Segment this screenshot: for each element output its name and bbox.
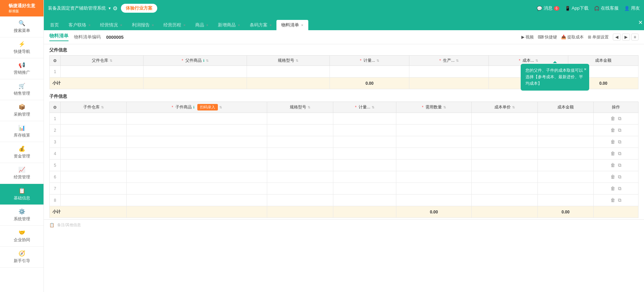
tab-close-7[interactable]: × — [270, 23, 272, 27]
nav-tab-商品[interactable]: 商品× — [190, 20, 213, 30]
child-cell-product-3[interactable] — [126, 136, 267, 148]
message-item[interactable]: 💬 消息 6 — [537, 5, 559, 11]
copy-icon-4[interactable]: ⧉ — [618, 151, 621, 156]
next-page-btn[interactable]: ▶ — [622, 34, 630, 40]
copy-icon-5[interactable]: ⧉ — [618, 162, 621, 168]
child-cell-amount-4[interactable] — [537, 148, 593, 160]
parent-cell-product[interactable] — [144, 66, 247, 78]
child-cell-qty-1[interactable] — [396, 113, 472, 125]
copy-icon-8[interactable]: ⧉ — [618, 197, 621, 203]
tab-close-1[interactable]: × — [88, 23, 90, 27]
nav-tab-客户联络[interactable]: 客户联络× — [64, 20, 95, 30]
copy-icon-2[interactable]: ⧉ — [618, 127, 621, 133]
view-action[interactable]: ▶ 视频 — [521, 34, 534, 40]
scan-btn[interactable]: 扫码录入 — [197, 104, 218, 110]
list-view-btn[interactable]: ≡ — [631, 34, 639, 40]
shortcut-action[interactable]: ⌨ 快捷键 — [538, 34, 557, 40]
child-cell-warehouse-5[interactable] — [61, 160, 127, 171]
child-cell-spec-4[interactable] — [267, 148, 333, 160]
child-cell-warehouse-1[interactable] — [61, 113, 127, 125]
child-cell-spec-8[interactable] — [267, 195, 333, 206]
child-cell-product-2[interactable] — [126, 125, 267, 136]
child-cell-amount-7[interactable] — [537, 183, 593, 195]
child-cell-unit-3[interactable] — [333, 136, 396, 148]
child-cell-product-6[interactable] — [126, 171, 267, 183]
child-cell-spec-7[interactable] — [267, 183, 333, 195]
nav-tab-物料清单[interactable]: 物料清单× — [276, 20, 308, 30]
sidebar-item-经营管理[interactable]: 📈经营管理 — [0, 163, 44, 184]
child-cell-spec-3[interactable] — [267, 136, 333, 148]
sidebar-item-企业协同[interactable]: 🤝企业协同 — [0, 226, 44, 247]
sidebar-item-新手引导[interactable]: 🧭新手引导 — [0, 247, 44, 268]
app-download-item[interactable]: 📱 App下载 — [565, 5, 589, 11]
nav-tab-利润报告[interactable]: 利润报告× — [127, 20, 159, 30]
sidebar-item-营销推广[interactable]: 📢营销推广 — [0, 58, 44, 79]
child-cell-qty-6[interactable] — [396, 171, 472, 183]
child-col-settings[interactable]: ⚙ — [50, 102, 61, 113]
child-cell-qty-8[interactable] — [396, 195, 472, 206]
delete-icon-1[interactable]: 🗑 — [610, 116, 615, 121]
gear-icon[interactable]: ⚙ — [113, 5, 117, 12]
child-cell-amount-5[interactable] — [537, 160, 593, 171]
child-cell-warehouse-7[interactable] — [61, 183, 127, 195]
tab-close-8[interactable]: × — [301, 23, 303, 27]
child-cell-unit-8[interactable] — [333, 195, 396, 206]
child-cell-qty-5[interactable] — [396, 160, 472, 171]
nav-tab-经营历程[interactable]: 经营历程× — [159, 20, 190, 30]
child-cell-unit-6[interactable] — [333, 171, 396, 183]
child-cell-qty-3[interactable] — [396, 136, 472, 148]
child-cell-unitcost-2[interactable] — [472, 125, 538, 136]
sidebar-item-销售管理[interactable]: 🛒销售管理 — [0, 79, 44, 100]
parent-col-settings[interactable]: ⚙ — [50, 56, 61, 66]
nav-tab-首页[interactable]: 首页 — [45, 20, 64, 30]
child-cell-product-1[interactable] — [126, 113, 267, 125]
parent-cell-spec[interactable] — [247, 66, 330, 78]
settings-action[interactable]: ⊞ 单据设置 — [588, 34, 609, 40]
sidebar-item-采购管理[interactable]: 📦采购管理 — [0, 100, 44, 121]
tooltip-close-icon[interactable]: × — [584, 66, 586, 73]
child-cell-amount-8[interactable] — [537, 195, 593, 206]
child-cell-unitcost-7[interactable] — [472, 183, 538, 195]
copy-icon-6[interactable]: ⧉ — [618, 174, 621, 179]
child-cell-warehouse-2[interactable] — [61, 125, 127, 136]
child-cell-amount-1[interactable] — [537, 113, 593, 125]
parent-cell-unit[interactable] — [330, 66, 409, 78]
child-cell-unitcost-4[interactable] — [472, 148, 538, 160]
tab-close-2[interactable]: × — [120, 23, 122, 27]
child-cell-unit-7[interactable] — [333, 183, 396, 195]
child-cell-product-4[interactable] — [126, 148, 267, 160]
nav-tab-经营情况[interactable]: 经营情况× — [95, 20, 127, 30]
delete-icon-2[interactable]: 🗑 — [610, 127, 615, 133]
nav-tab-新增商品[interactable]: 新增商品× — [213, 20, 245, 30]
delete-icon-6[interactable]: 🗑 — [610, 174, 615, 179]
child-cell-product-5[interactable] — [126, 160, 267, 171]
child-cell-unit-5[interactable] — [333, 160, 396, 171]
delete-icon-7[interactable]: 🗑 — [610, 186, 615, 191]
child-cell-unitcost-1[interactable] — [472, 113, 538, 125]
online-service-item[interactable]: 🎧 在线客服 — [594, 5, 619, 11]
sidebar-item-快捷导航[interactable]: ⚡快捷导航 — [0, 37, 44, 58]
child-cell-unitcost-5[interactable] — [472, 160, 538, 171]
child-cell-qty-2[interactable] — [396, 125, 472, 136]
user-item[interactable]: 👤 用友 — [624, 5, 640, 11]
nav-tab-条码方案[interactable]: 条码方案× — [245, 20, 276, 30]
delete-icon-4[interactable]: 🗑 — [610, 151, 615, 156]
close-all-tabs-icon[interactable]: ✕ — [638, 19, 643, 26]
copy-icon-3[interactable]: ⧉ — [618, 139, 621, 144]
parent-cell-warehouse[interactable] — [61, 66, 144, 78]
child-cell-amount-6[interactable] — [537, 171, 593, 183]
child-cell-unit-2[interactable] — [333, 125, 396, 136]
copy-icon-1[interactable]: ⧉ — [618, 116, 621, 121]
child-cell-spec-1[interactable] — [267, 113, 333, 125]
system-dropdown[interactable]: ▾ — [109, 6, 111, 11]
delete-icon-8[interactable]: 🗑 — [610, 197, 615, 203]
cost-action[interactable]: 📥 提取成本 — [561, 34, 584, 40]
child-cell-amount-3[interactable] — [537, 136, 593, 148]
child-cell-product-7[interactable] — [126, 183, 267, 195]
tab-close-6[interactable]: × — [238, 23, 240, 27]
child-cell-qty-7[interactable] — [396, 183, 472, 195]
child-cell-spec-6[interactable] — [267, 171, 333, 183]
trial-button[interactable]: 体验行业方案 — [121, 4, 157, 13]
parent-cell-produce[interactable] — [409, 66, 489, 78]
child-cell-warehouse-3[interactable] — [61, 136, 127, 148]
